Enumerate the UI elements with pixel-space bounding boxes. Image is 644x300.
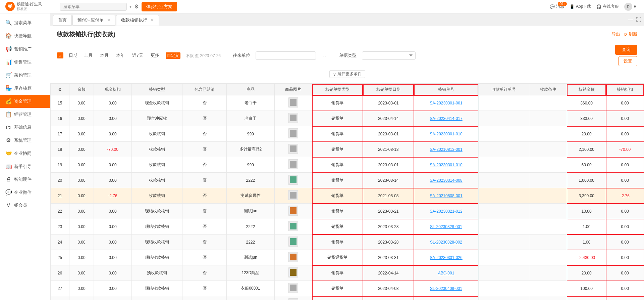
cell-cancel-bill-no[interactable]: SA-20230301-010 xyxy=(414,126,479,142)
cell-cancel-bill-no[interactable]: SA-20230414-017 xyxy=(414,111,479,126)
online-service-link[interactable]: 🎧 在线客服 xyxy=(596,4,619,9)
sidebar-item-hardware[interactable]: 🖨 智能硬件 xyxy=(0,173,50,186)
cell-product: 测试多属性 xyxy=(226,188,274,204)
sidebar-item-finance[interactable]: 💰 资金管理 xyxy=(0,95,50,108)
cell-cancel-bill-no[interactable]: SA-20230331-026 xyxy=(414,250,479,265)
cell-receipt-condition xyxy=(529,281,567,296)
table-row: 20 0.00 0.00 收款核销 否 2222 销货单 2023-03-14 … xyxy=(51,173,644,188)
date-this-year[interactable]: 本年 xyxy=(115,52,126,58)
sidebar-item-system[interactable]: ⚙ 系统管理 xyxy=(0,134,50,147)
date-custom-btn[interactable]: 自定义 xyxy=(166,52,180,59)
refresh-btn[interactable]: ↺ 刷新 xyxy=(624,31,637,37)
bill-no-link[interactable]: SA-20230301-010 xyxy=(430,132,462,136)
export-icon: ↑ xyxy=(608,32,610,37)
cell-cancel-bill-no[interactable]: SL-20230418-001 xyxy=(414,296,479,300)
logo-sub: 标准版 xyxy=(17,7,42,11)
bill-no-link[interactable]: SA-20210808-001 xyxy=(430,194,462,198)
guide-icon: 📖 xyxy=(5,163,11,170)
sidebar-item-marketing[interactable]: 📢 营销推广 xyxy=(0,42,50,55)
cell-cancel-bill-no[interactable]: ABC-001 xyxy=(414,265,479,281)
tab-prepay[interactable]: 预付冲应付单 ✕ xyxy=(72,15,115,26)
cell-cancel-discount: -70.00 xyxy=(606,142,644,157)
sidebar-item-guide[interactable]: 📖 新手引导 xyxy=(0,160,50,173)
from-unit-input[interactable] xyxy=(256,51,316,60)
col-cash-discount: 现金折扣 xyxy=(94,84,131,95)
sidebar-item-business[interactable]: 📋 经营管理 xyxy=(0,108,50,121)
dropdown-arrow-icon[interactable]: ▾ xyxy=(129,4,131,9)
cell-cancel-bill-no[interactable]: SL-20230328-001 xyxy=(414,219,479,234)
tab-minimize-icon[interactable]: — xyxy=(628,17,633,23)
cell-cancel-bill-no[interactable]: SL-20230408-001 xyxy=(414,281,479,296)
cell-receipt-order-no xyxy=(478,111,529,126)
date-7days[interactable]: 近7天 xyxy=(131,52,144,58)
cell-cancel-bill-no[interactable]: SA-20210813-001 xyxy=(414,142,479,157)
layout: 🔍 搜索菜单 🏠 快捷导航 📢 营销推广 📊 销售管理 🛒 采购管理 🏪 库存核… xyxy=(0,13,644,300)
sidebar-item-purchase[interactable]: 🛒 采购管理 xyxy=(0,69,50,82)
cell-cancel-discount: 0.00 xyxy=(606,111,644,126)
cell-cancel-discount: 0.00 xyxy=(606,204,644,219)
cell-cancel-bill-date: 2023-03-28 xyxy=(363,219,414,234)
sidebar-item-member[interactable]: V 畅会员 xyxy=(0,199,50,212)
cell-cancel-bill-no[interactable]: SL-20230328-002 xyxy=(414,234,479,250)
top-search-input[interactable] xyxy=(60,3,127,11)
filter-expand-arrow[interactable]: » xyxy=(57,52,63,58)
industry-btn[interactable]: 体验行业方案 xyxy=(142,2,177,11)
message-area[interactable]: 💬 消息 99+ xyxy=(550,4,564,9)
bill-no-link[interactable]: SL-20230328-002 xyxy=(430,240,462,245)
tab-maximize-icon[interactable]: ⛶ xyxy=(636,17,641,23)
product-image xyxy=(288,175,298,185)
tab-home[interactable]: 首页 xyxy=(53,15,72,26)
sidebar-item-inventory[interactable]: 🏪 库存核算 xyxy=(0,82,50,95)
tab-prepay-close[interactable]: ✕ xyxy=(107,18,110,23)
expand-more-btn[interactable]: ∨ 展开更多条件 xyxy=(329,70,365,78)
cell-balance: 0.00 xyxy=(69,234,94,250)
tab-receipt[interactable]: 收款核销执行 ✕ xyxy=(116,15,159,26)
sidebar-item-search[interactable]: 🔍 搜索菜单 xyxy=(0,16,50,29)
sidebar-item-sales[interactable]: 📊 销售管理 xyxy=(0,55,50,69)
export-btn[interactable]: ↑ 导出 xyxy=(608,31,621,37)
product-image xyxy=(288,237,298,247)
col-settings[interactable]: ⚙ xyxy=(51,84,69,95)
sidebar-item-corp[interactable]: 🤝 企业协同 xyxy=(0,147,50,160)
cell-cancel-bill-no[interactable]: SA-20210808-001 xyxy=(414,188,479,204)
bill-no-link[interactable]: SA-20230314-008 xyxy=(430,178,462,183)
cell-cancel-bill-no[interactable]: SA-20230301-010 xyxy=(414,157,479,173)
bill-no-link[interactable]: SA-20230301-001 xyxy=(430,101,462,105)
filter-buttons: 查询 设置 xyxy=(615,45,637,66)
table-area: ⚙ 余额 现金折扣 核销类型 包含已结清 商品 商品图片 核销单据类型 核销单据… xyxy=(50,84,644,300)
bill-no-link[interactable]: SL-20230408-001 xyxy=(430,286,462,291)
cell-cancel-bill-date: 2022-04-14 xyxy=(363,265,414,281)
date-last-month[interactable]: 上月 xyxy=(83,52,94,58)
date-more[interactable]: 更多 xyxy=(150,52,160,58)
cell-cancel-type: 现结收款核销 xyxy=(131,219,182,234)
cell-cancel-bill-no[interactable]: SA-20230321-012 xyxy=(414,204,479,219)
cell-cancel-bill-no[interactable]: SA-20230314-008 xyxy=(414,173,479,188)
bill-no-link[interactable]: SA-20230331-026 xyxy=(430,255,462,260)
bill-no-link[interactable]: SA-20230414-017 xyxy=(430,116,462,121)
gear-icon[interactable]: ⚙ xyxy=(134,3,139,10)
cell-id: 25 xyxy=(51,250,69,265)
single-type-select[interactable] xyxy=(362,51,416,60)
sidebar-item-wechat[interactable]: 💬 企业微信 xyxy=(0,186,50,199)
cell-receipt-condition xyxy=(529,111,567,126)
bill-no-link[interactable]: SA-20210813-001 xyxy=(430,147,462,152)
user-area[interactable]: R Rit xyxy=(624,3,639,11)
sidebar-label-corp: 企业协同 xyxy=(14,151,32,157)
bill-no-link[interactable]: SA-20230321-012 xyxy=(430,209,462,214)
cell-cancel-amount: 3,390.00 xyxy=(567,188,606,204)
bill-no-link[interactable]: ABC-001 xyxy=(438,271,454,275)
tab-receipt-close[interactable]: ✕ xyxy=(151,18,154,23)
cell-cancel-bill-no[interactable]: SA-20230301-001 xyxy=(414,95,479,111)
sidebar-label-basic: 基础信息 xyxy=(14,124,32,130)
bill-no-link[interactable]: SA-20230301-010 xyxy=(430,163,462,167)
sidebar-item-quicknav[interactable]: 🏠 快捷导航 xyxy=(0,29,50,42)
query-button[interactable]: 查询 xyxy=(615,45,637,55)
date-this-month[interactable]: 本月 xyxy=(99,52,110,58)
app-download-link[interactable]: 📱 App下载 xyxy=(570,4,591,9)
bill-no-link[interactable]: SL-20230328-001 xyxy=(430,224,462,229)
setting-button[interactable]: 设置 xyxy=(619,56,637,66)
cell-product-img xyxy=(274,126,312,142)
main-content: 首页 预付冲应付单 ✕ 收款核销执行 ✕ — ⛶ 收款核销执行(按收款) ↑ 导… xyxy=(50,13,644,300)
cell-id: 18 xyxy=(51,142,69,157)
sidebar-item-basic[interactable]: 🗂 基础信息 xyxy=(0,121,50,134)
